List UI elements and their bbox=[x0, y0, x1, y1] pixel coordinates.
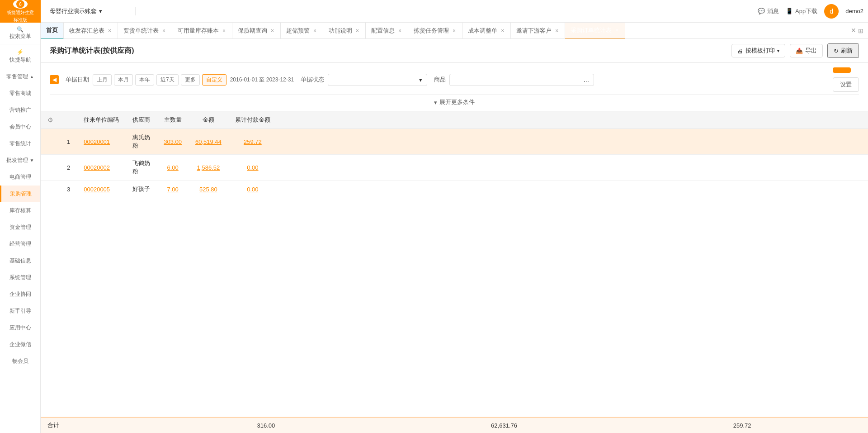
query-button[interactable] bbox=[833, 67, 851, 73]
amount-link-2[interactable]: 1,586.52 bbox=[197, 164, 220, 171]
collapse-button[interactable]: ◀ bbox=[50, 75, 59, 84]
sidebar-operations-label: 经营管理 bbox=[9, 240, 31, 248]
tabbar: 首页 收发存汇总表 × 要货单统计表 × 可用量库存账本 × 保质期查询 × 超… bbox=[41, 23, 868, 39]
tab-pick-task[interactable]: 拣货任务管理 × bbox=[408, 23, 462, 39]
tab-config-info[interactable]: 配置信息 × bbox=[366, 23, 408, 39]
refresh-button[interactable]: ↻ 刷新 bbox=[827, 43, 859, 58]
sidebar-item-member2[interactable]: 畅会员 bbox=[0, 353, 40, 370]
date-custom-button[interactable]: 自定义 bbox=[202, 74, 226, 86]
sidebar-item-retail-stats[interactable]: 零售统计 bbox=[0, 135, 40, 152]
close-all-icon[interactable]: × bbox=[851, 26, 856, 35]
tab-function-desc-close[interactable]: × bbox=[355, 27, 360, 35]
sidebar-item-operations[interactable]: 经营管理 bbox=[0, 236, 40, 252]
td-index-1: 1 bbox=[60, 129, 77, 155]
sidebar-item-inventory[interactable]: 库存核算 bbox=[0, 202, 40, 219]
sidebar-item-finance[interactable]: 资金管理 bbox=[0, 219, 40, 236]
sidebar-item-purchase[interactable]: 采购管理 bbox=[0, 186, 40, 202]
export-label: 导出 bbox=[805, 47, 817, 55]
paid-amount-link-3[interactable]: 0.00 bbox=[247, 186, 258, 193]
tab-home[interactable]: 首页 bbox=[41, 23, 64, 39]
sidebar-item-shortcut[interactable]: ⚡ 快捷导航 bbox=[0, 44, 40, 68]
tab-function-desc[interactable]: 功能说明 × bbox=[323, 23, 366, 39]
sidebar-item-basic[interactable]: 基础信息 bbox=[0, 252, 40, 269]
tab-available-stock-close[interactable]: × bbox=[222, 27, 226, 35]
sidebar-retail-mall-label: 零售商城 bbox=[9, 90, 31, 97]
unit-code-link-1[interactable]: 00020001 bbox=[84, 138, 110, 145]
user-avatar[interactable]: d bbox=[824, 4, 839, 19]
date-btn-this-month[interactable]: 本月 bbox=[114, 74, 133, 86]
sidebar-item-system[interactable]: 系统管理 bbox=[0, 269, 40, 286]
tab-purchase-summary[interactable]: 采购订单统计表 × bbox=[565, 23, 625, 39]
tab-invite-downstream-close[interactable]: × bbox=[554, 27, 559, 35]
app-download-button[interactable]: 📱 App下载 bbox=[786, 7, 817, 15]
date-btn-more[interactable]: 更多 bbox=[181, 74, 200, 86]
tab-expiry-query-close[interactable]: × bbox=[270, 27, 275, 35]
supplier-name-2: 飞鹤奶粉 bbox=[132, 160, 150, 175]
topbar-right: 💬 消息 📱 App下载 d demo2 bbox=[758, 4, 863, 19]
unit-code-link-2[interactable]: 00020002 bbox=[84, 164, 110, 171]
table-row[interactable]: 3 00020005 好孩子 7.00 525.80 bbox=[41, 181, 868, 198]
sidebar-item-app-center[interactable]: 应用中心 bbox=[0, 319, 40, 336]
app-logo[interactable]: 6 畅捷通好生意 标准版 bbox=[0, 0, 41, 23]
tab-order-summary[interactable]: 要货单统计表 × bbox=[118, 23, 172, 39]
tab-receive-send[interactable]: 收发存汇总表 × bbox=[64, 23, 118, 39]
date-btn-this-year[interactable]: 本年 bbox=[135, 74, 154, 86]
status-select-placeholder bbox=[333, 76, 335, 83]
logo-text: 畅捷通好生意 bbox=[7, 10, 34, 16]
sidebar-item-retail[interactable]: 零售管理 ▲ bbox=[0, 68, 40, 85]
tab-purchase-summary-close[interactable]: × bbox=[614, 26, 619, 34]
tab-receive-send-close[interactable]: × bbox=[107, 27, 112, 35]
sidebar-item-wholesale[interactable]: 批发管理 ▼ bbox=[0, 152, 40, 169]
sidebar-item-newbie[interactable]: 新手引导 bbox=[0, 303, 40, 319]
template-print-button[interactable]: 🖨 按模板打印 ▾ bbox=[731, 44, 785, 57]
tab-available-stock[interactable]: 可用量库存账本 × bbox=[172, 23, 232, 39]
sidebar-item-marketing[interactable]: 营销推广 bbox=[0, 102, 40, 119]
td-unit-code-1: 00020001 bbox=[77, 129, 126, 155]
table-row[interactable]: 2 00020002 飞鹤奶粉 6.00 1,586.52 bbox=[41, 155, 868, 181]
sidebar-item-retail-mall[interactable]: 零售商城 bbox=[0, 85, 40, 102]
tab-invite-downstream[interactable]: 邀请下游客户 × bbox=[511, 23, 565, 39]
sidebar-item-ecommerce[interactable]: 电商管理 bbox=[0, 169, 40, 186]
sidebar-system-label: 系统管理 bbox=[9, 274, 31, 281]
td-settings-2 bbox=[41, 155, 60, 181]
sidebar-item-enterprise-wechat[interactable]: 企业微信 bbox=[0, 336, 40, 353]
td-amount-3: 525.80 bbox=[189, 181, 228, 198]
sidebar-item-member[interactable]: 会员中心 bbox=[0, 119, 40, 135]
paid-amount-link-1[interactable]: 259.72 bbox=[244, 138, 262, 145]
paid-amount-link-2[interactable]: 0.00 bbox=[247, 164, 258, 171]
main-qty-link-3[interactable]: 7.00 bbox=[167, 186, 178, 193]
date-btn-7days[interactable]: 近7天 bbox=[156, 74, 179, 86]
column-settings-icon[interactable]: ⚙ bbox=[47, 116, 53, 124]
sidebar-search[interactable]: 🔍 搜索菜单 bbox=[0, 23, 40, 44]
td-main-qty-2: 6.00 bbox=[157, 155, 189, 181]
table-area: ⚙ 往来单位编码 供应商 主数量 金额 累计付款金额 1 bbox=[41, 111, 868, 417]
status-select[interactable]: ▾ bbox=[328, 74, 427, 86]
settings-button[interactable]: 设置 bbox=[833, 77, 859, 92]
th-settings[interactable]: ⚙ bbox=[41, 111, 60, 129]
main-qty-link-2[interactable]: 6.00 bbox=[167, 164, 178, 171]
amount-link-1[interactable]: 60,519.44 bbox=[195, 138, 222, 145]
tab-pick-task-close[interactable]: × bbox=[452, 27, 457, 35]
export-button[interactable]: 📤 导出 bbox=[790, 44, 823, 57]
sidebar-item-enterprise[interactable]: 企业协同 bbox=[0, 286, 40, 303]
tab-order-summary-close[interactable]: × bbox=[161, 27, 166, 35]
tab-expiry-query[interactable]: 保质期查询 × bbox=[232, 23, 281, 39]
tab-config-info-close[interactable]: × bbox=[397, 27, 402, 35]
table-row[interactable]: 1 00020001 惠氏奶粉 303.00 60,519.44 bbox=[41, 129, 868, 155]
amount-link-3[interactable]: 525.80 bbox=[199, 186, 217, 193]
tab-overstock-warning-close[interactable]: × bbox=[312, 27, 317, 35]
tab-cost-adjust[interactable]: 成本调整单 × bbox=[462, 23, 511, 39]
unit-code-link-3[interactable]: 00020005 bbox=[84, 186, 110, 193]
date-filter-label: 单据日期 bbox=[66, 76, 89, 84]
expand-tabs-icon[interactable]: ⊞ bbox=[858, 27, 863, 34]
tab-purchase-summary-label: 采购订单统计表 bbox=[571, 26, 612, 34]
main-qty-link-1[interactable]: 303.00 bbox=[164, 138, 182, 145]
message-button[interactable]: 💬 消息 bbox=[758, 7, 779, 15]
template-print-label: 按模板打印 bbox=[745, 47, 775, 55]
tab-cost-adjust-close[interactable]: × bbox=[500, 27, 505, 35]
expand-conditions[interactable]: ▾ 展开更多条件 bbox=[50, 94, 859, 106]
workspace-selector[interactable]: 母婴行业演示账套 ▾ bbox=[45, 7, 136, 15]
date-btn-last-month[interactable]: 上月 bbox=[93, 74, 112, 86]
tab-overstock-warning[interactable]: 超储预警 × bbox=[281, 23, 323, 39]
goods-input[interactable]: … bbox=[449, 74, 594, 86]
